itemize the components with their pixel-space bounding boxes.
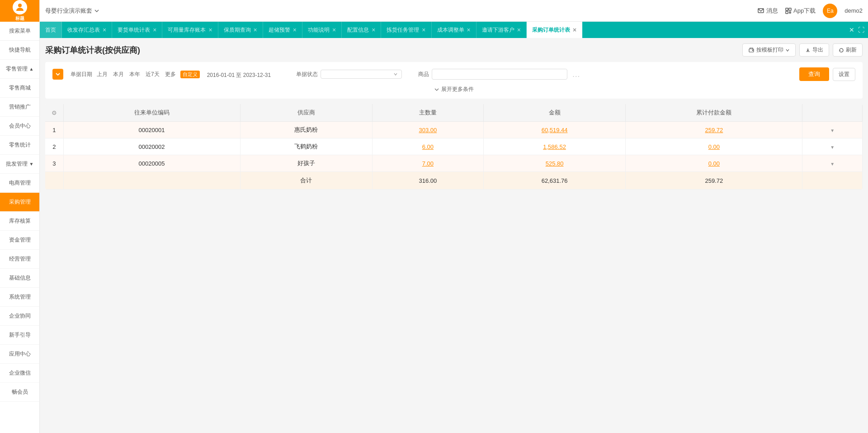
tab-cost-adjust[interactable]: 成本调整单 × <box>432 22 476 38</box>
sidebar-item-app-center[interactable]: 应用中心 <box>0 345 39 364</box>
sidebar-item-inventory[interactable]: 库存核算 <box>0 212 39 231</box>
tab-close-icon[interactable]: × <box>573 27 576 33</box>
cell-qty[interactable]: 303.00 <box>372 122 483 138</box>
sidebar-item-vip[interactable]: 畅会员 <box>0 383 39 402</box>
search-menu-btn[interactable]: 搜索菜单 <box>2 25 38 37</box>
this-year-btn[interactable]: 本年 <box>127 70 142 79</box>
sidebar-item-purchase-mgmt[interactable]: 采购管理 <box>0 193 39 212</box>
goods-input-more-icon[interactable]: … <box>572 70 580 79</box>
col-extra-header <box>802 104 863 122</box>
table-row[interactable]: 3 00020005 好孩子 7.00 525.80 0.00 ▼ <box>45 155 863 172</box>
sidebar-item-ops-mgmt[interactable]: 经营管理 <box>0 250 39 269</box>
tab-close-icon[interactable]: × <box>467 27 471 33</box>
more-date-btn[interactable]: 更多 <box>163 70 178 79</box>
tab-purchase-stats[interactable]: 采购订单统计表 × <box>527 22 582 38</box>
tab-picking-tasks[interactable]: 拣货任务管理 × <box>381 22 431 38</box>
tab-close-icon[interactable]: × <box>208 27 212 33</box>
cell-qty[interactable]: 7.00 <box>372 155 483 172</box>
goods-input[interactable] <box>432 69 567 80</box>
table-row[interactable]: 2 00020002 飞鹤奶粉 6.00 1,586.52 0.00 ▼ <box>45 138 863 155</box>
sidebar-item-retail-store[interactable]: 零售商城 <box>0 79 39 98</box>
status-select[interactable] <box>321 70 402 79</box>
custom-date-tag[interactable]: 自定义 <box>180 71 200 78</box>
tab-config-info[interactable]: 配置信息 × <box>342 22 381 38</box>
footer-label: 合计 <box>240 172 372 190</box>
sidebar-search-section: 搜索菜单 <box>0 22 39 41</box>
cell-qty[interactable]: 6.00 <box>372 138 483 155</box>
cell-supplier: 惠氏奶粉 <box>240 122 372 138</box>
tab-close-icon[interactable]: × <box>422 27 425 33</box>
sidebar-item-retail-mgmt[interactable]: 零售管理 ▲ <box>0 60 39 79</box>
tab-expiry-query[interactable]: 保质期查询 × <box>218 22 263 38</box>
last-month-btn[interactable]: 上月 <box>95 70 109 79</box>
sidebar-item-new-guide[interactable]: 新手引导 <box>0 326 39 345</box>
cell-paid-amount[interactable]: 0.00 <box>626 155 802 172</box>
tab-close-icon[interactable]: × <box>372 27 375 33</box>
logo-label: 标题 <box>15 15 24 22</box>
col-unit-code-header: 往来单位编码 <box>63 104 240 122</box>
tab-close-icon[interactable]: × <box>293 27 297 33</box>
tab-close-icon[interactable]: × <box>517 27 521 33</box>
sidebar-item-member[interactable]: 会员中心 <box>0 117 39 136</box>
sidebar-item-quick-nav[interactable]: 快捷导航 <box>0 41 39 60</box>
tab-overstock-warning[interactable]: 超储预警 × <box>263 22 302 38</box>
svg-point-0 <box>18 4 22 7</box>
sidebar-item-wholesale-mgmt[interactable]: 批发管理 ▼ <box>0 155 39 174</box>
close-tab-icon[interactable]: ✕ <box>849 26 854 33</box>
chevron-down-icon: ▲ <box>29 67 34 71</box>
export-btn[interactable]: 导出 <box>799 43 829 57</box>
tab-close-icon[interactable]: × <box>332 27 336 33</box>
refresh-btn[interactable]: 刷新 <box>833 43 863 57</box>
page-title: 采购订单统计表(按供应商) <box>45 45 140 56</box>
col-settings-header: ⚙ <box>45 104 63 122</box>
tab-invite-downstream[interactable]: 邀请下游客户 × <box>476 22 527 38</box>
cell-expand[interactable]: ▼ <box>802 122 863 138</box>
tab-receive-summary[interactable]: 收发存汇总表 × <box>62 22 112 38</box>
tab-bar-controls: ✕ ⛶ <box>845 22 868 38</box>
cell-paid-amount[interactable]: 0.00 <box>626 138 802 155</box>
settings-icon[interactable]: ⚙ <box>52 109 57 116</box>
goods-label: 商品 <box>418 71 429 78</box>
cell-supplier: 飞鹤奶粉 <box>240 138 372 155</box>
sidebar-item-finance[interactable]: 资金管理 <box>0 231 39 250</box>
template-print-btn[interactable]: 按模板打印 <box>742 43 796 57</box>
expand-more-btn[interactable]: 展开更多条件 <box>434 86 474 93</box>
seven-days-btn[interactable]: 近7天 <box>144 70 161 79</box>
sidebar-item-retail-stats[interactable]: 零售统计 <box>0 136 39 155</box>
tab-home[interactable]: 首页 <box>40 22 62 38</box>
query-btn[interactable]: 查询 <box>799 67 829 81</box>
sidebar-logo: 标题 <box>0 0 39 22</box>
table-row[interactable]: 1 00020001 惠氏奶粉 303.00 60,519.44 259.72 … <box>45 122 863 138</box>
cell-amount[interactable]: 60,519.44 <box>483 122 626 138</box>
cell-amount[interactable]: 1,586.52 <box>483 138 626 155</box>
top-bar-right: 消息 App下载 Ea demo2 <box>757 4 863 18</box>
cell-index: 1 <box>45 122 63 138</box>
tab-func-desc[interactable]: 功能说明 × <box>302 22 342 38</box>
sidebar-item-marketing[interactable]: 营销推广 <box>0 98 39 117</box>
cell-expand[interactable]: ▼ <box>802 155 863 172</box>
sidebar-item-ecom-mgmt[interactable]: 电商管理 <box>0 174 39 193</box>
tab-close-icon[interactable]: × <box>254 27 257 33</box>
message-btn[interactable]: 消息 <box>757 7 778 15</box>
sidebar-item-basic-info[interactable]: 基础信息 <box>0 269 39 288</box>
sidebar-item-enterprise[interactable]: 企业协同 <box>0 307 39 326</box>
filter-collapse-btn[interactable] <box>52 69 63 80</box>
cell-amount[interactable]: 525.80 <box>483 155 626 172</box>
this-month-btn[interactable]: 本月 <box>111 70 126 79</box>
breadcrumb[interactable]: 母婴行业演示账套 <box>45 7 99 15</box>
user-avatar[interactable]: Ea <box>823 4 837 18</box>
settings-btn[interactable]: 设置 <box>833 68 855 81</box>
cell-expand[interactable]: ▼ <box>802 138 863 155</box>
table-footer-row: 合计 316.00 62,631.76 259.72 <box>45 172 863 190</box>
sidebar-item-sys-mgmt[interactable]: 系统管理 <box>0 288 39 307</box>
maximize-icon[interactable]: ⛶ <box>858 26 864 33</box>
cell-paid-amount[interactable]: 259.72 <box>626 122 802 138</box>
tab-demand-stats[interactable]: 要货单统计表 × <box>112 22 162 38</box>
tab-close-icon[interactable]: × <box>153 27 156 33</box>
tab-available-stock[interactable]: 可用量库存账本 × <box>162 22 218 38</box>
top-bar: 母婴行业演示账套 消息 App下载 Ea demo2 <box>40 0 868 22</box>
expand-icon <box>434 87 439 92</box>
sidebar-item-enterprise-wechat[interactable]: 企业微信 <box>0 364 39 383</box>
tab-close-icon[interactable]: × <box>103 27 106 33</box>
app-download-btn[interactable]: App下载 <box>785 7 816 15</box>
